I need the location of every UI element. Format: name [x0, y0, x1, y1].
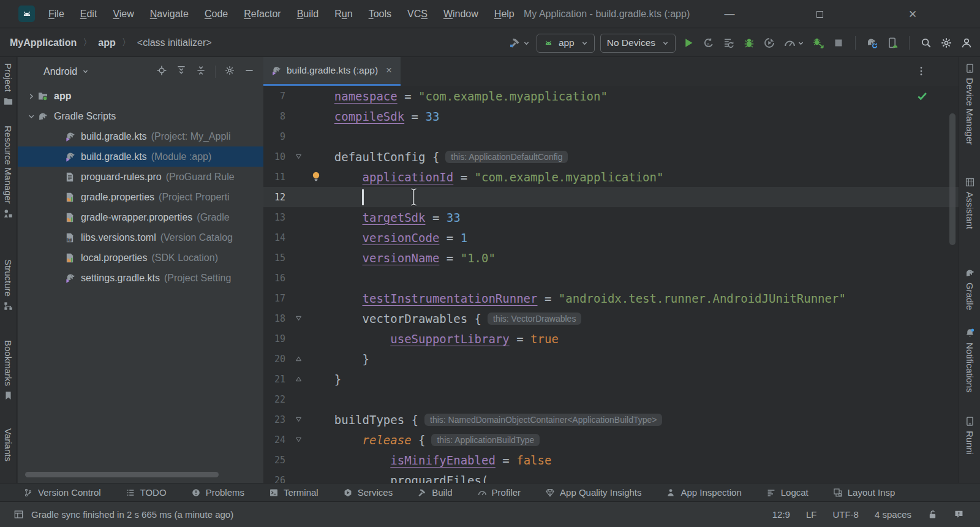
settings-button[interactable] — [939, 36, 954, 50]
code-line-17[interactable]: 17 testInstrumentationRunner = "androidx… — [263, 288, 959, 308]
collapse-all-button[interactable] — [195, 65, 206, 78]
tree-item-gradle-properties[interactable]: gradle.properties(Project Properti — [18, 187, 263, 207]
account-button[interactable] — [959, 36, 974, 50]
locate-button[interactable] — [156, 65, 167, 78]
code-line-26[interactable]: 26 proguardFiles( — [263, 470, 959, 483]
window-layout-icon[interactable] — [13, 509, 24, 520]
code-line-19[interactable]: 19 useSupportLibrary = true — [263, 328, 959, 349]
tree-item-build-gradle-kts[interactable]: build.gradle.kts(Project: My_Appli — [18, 126, 263, 146]
tool-button-logcat[interactable]: Logcat — [766, 487, 809, 498]
fold-marker-icon[interactable] — [290, 355, 306, 363]
menu-code[interactable]: Code — [202, 7, 230, 21]
close-tab-icon[interactable]: × — [386, 64, 392, 77]
settings-button[interactable] — [224, 65, 235, 78]
breadcrumb-2[interactable]: <class initializer> — [137, 37, 212, 48]
tool-tab-gradle[interactable]: Gradle — [959, 268, 980, 310]
indent-setting[interactable]: 4 spaces — [875, 509, 911, 520]
tree-item-Gradle-Scripts[interactable]: Gradle Scripts — [18, 106, 263, 126]
tool-tab-notifications[interactable]: Notifications — [959, 328, 980, 393]
code-line-20[interactable]: 20 } — [263, 349, 959, 369]
tree-item-gradle-wrapper-properties[interactable]: gradle-wrapper.properties(Gradle — [18, 207, 263, 227]
code-line-25[interactable]: 25 isMinifyEnabled = false — [263, 450, 959, 470]
chevron-right-icon[interactable] — [25, 93, 37, 100]
vertical-scrollbar[interactable] — [949, 113, 956, 245]
hide-button[interactable] — [244, 65, 255, 78]
code-line-12[interactable]: 12 — [263, 187, 959, 207]
tree-item-app[interactable]: app — [18, 86, 263, 106]
tool-button-layout-insp[interactable]: Layout Insp — [833, 487, 895, 498]
code-line-13[interactable]: 13 targetSdk = 33 — [263, 207, 959, 227]
code-line-21[interactable]: 21 } — [263, 369, 959, 389]
fold-marker-icon[interactable] — [290, 415, 306, 423]
tool-button-todo[interactable]: TODO — [126, 487, 167, 498]
tree-item-proguard-rules-pro[interactable]: proguard-rules.pro(ProGuard Rule — [18, 167, 263, 187]
tool-button-problems[interactable]: Problems — [191, 487, 244, 498]
code-line-7[interactable]: 7 namespace = "com.example.myapplication… — [263, 86, 959, 106]
lock-open-icon[interactable] — [927, 509, 938, 520]
line-separator[interactable]: LF — [806, 509, 817, 520]
intention-bulb-icon[interactable] — [310, 170, 322, 183]
code-line-9[interactable]: 9 — [263, 126, 959, 146]
tool-button-terminal[interactable]: Terminal — [269, 487, 318, 498]
device-select[interactable]: No Devices — [600, 34, 676, 53]
menu-tools[interactable]: Tools — [366, 7, 394, 21]
build-button[interactable] — [508, 36, 531, 50]
tool-tab-assistant[interactable]: Assistant — [959, 177, 980, 229]
project-view-selector[interactable]: Android — [26, 66, 89, 78]
minimize-button[interactable]: — — [715, 0, 744, 28]
code-line-16[interactable]: 16 — [263, 268, 959, 288]
editor-tab[interactable]: build.gradle.kts (:app) × — [263, 57, 401, 86]
tool-tab-device-manager[interactable]: Device Manager — [959, 63, 980, 145]
profiler-button[interactable] — [782, 36, 805, 50]
apply-code-changes-button[interactable] — [722, 36, 736, 50]
file-encoding[interactable]: UTF-8 — [832, 509, 859, 520]
fold-marker-icon[interactable] — [290, 375, 306, 383]
close-button[interactable]: ✕ — [899, 0, 927, 28]
menu-run[interactable]: Run — [332, 7, 355, 21]
tool-tab-structure[interactable]: Structure — [0, 259, 17, 311]
menu-help[interactable]: Help — [492, 7, 517, 21]
breadcrumb-1[interactable]: app — [98, 37, 115, 48]
attach-debugger-button[interactable] — [811, 36, 826, 50]
tree-item-local-properties[interactable]: local.properties(SDK Location) — [18, 248, 263, 268]
editor-options-kebab-icon[interactable] — [916, 66, 927, 77]
menu-build[interactable]: Build — [295, 7, 322, 21]
debug-button[interactable] — [742, 36, 756, 50]
code-line-18[interactable]: 18 vectorDrawables {this: VectorDrawable… — [263, 308, 959, 328]
sync-gradle-button[interactable] — [865, 36, 880, 50]
chevron-down-icon[interactable] — [25, 113, 37, 120]
horizontal-scrollbar[interactable] — [25, 472, 219, 477]
fold-marker-icon[interactable] — [290, 153, 306, 161]
tool-button-app-quality-insights[interactable]: App Quality Insights — [545, 487, 641, 498]
tool-tab-runni[interactable]: Runni — [959, 416, 980, 455]
profile-app-button[interactable] — [762, 36, 777, 50]
notifications-bubble-icon[interactable] — [954, 509, 964, 520]
tree-item-settings-gradle-kts[interactable]: settings.gradle.kts(Project Setting — [18, 268, 263, 288]
code-area[interactable]: 7 namespace = "com.example.myapplication… — [263, 86, 959, 483]
tool-tab-bookmarks[interactable]: Bookmarks — [0, 340, 17, 401]
restore-button[interactable] — [805, 0, 834, 28]
breadcrumb-0[interactable]: MyApplication — [10, 37, 77, 48]
tool-button-app-inspection[interactable]: App Inspection — [666, 487, 741, 498]
run-configuration-select[interactable]: app — [537, 34, 595, 53]
status-message[interactable]: Gradle sync finished in 2 s 665 ms (a mi… — [31, 509, 233, 520]
run-button[interactable] — [681, 36, 696, 50]
code-line-11[interactable]: 11 applicationId = "com.example.myapplic… — [263, 167, 959, 187]
tree-item-libs-versions-toml[interactable]: [T]libs.versions.toml(Version Catalog — [18, 227, 263, 248]
menu-navigate[interactable]: Navigate — [148, 7, 191, 21]
stop-button[interactable] — [831, 36, 846, 50]
tool-tab-resource-manager[interactable]: Resource Manager — [0, 126, 17, 219]
menu-file[interactable]: File — [46, 7, 67, 21]
menu-edit[interactable]: Edit — [78, 7, 100, 21]
search-everywhere-button[interactable] — [919, 36, 933, 50]
code-line-22[interactable]: 22 — [263, 389, 959, 409]
tool-tab-project[interactable]: Project — [0, 63, 17, 107]
expand-all-button[interactable] — [176, 65, 187, 78]
code-line-24[interactable]: 24 release {this: ApplicationBuildType — [263, 430, 959, 450]
menu-refactor[interactable]: Refactor — [241, 7, 283, 21]
tool-button-services[interactable]: Services — [343, 487, 393, 498]
code-line-23[interactable]: 23 buildTypes {this: NamedDomainObjectCo… — [263, 409, 959, 430]
tool-button-build[interactable]: Build — [417, 487, 452, 498]
device-manager-button[interactable] — [885, 36, 900, 50]
tree-item-build-gradle-kts[interactable]: build.gradle.kts(Module :app) — [18, 146, 263, 167]
